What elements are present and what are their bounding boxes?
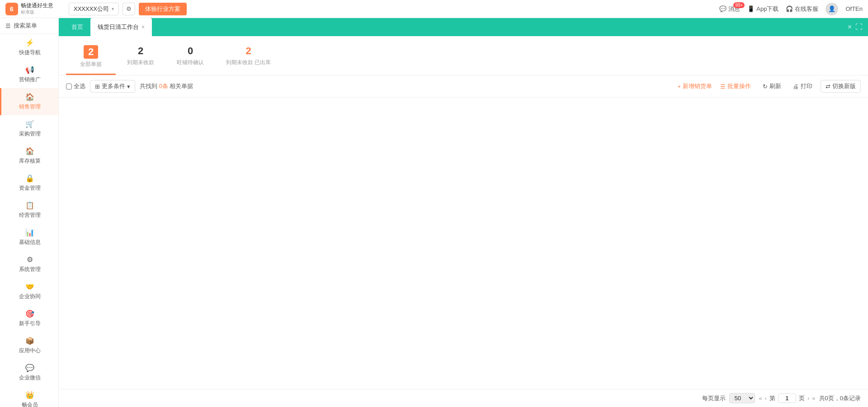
message-icon: 💬 <box>719 5 726 12</box>
sales-icon: 🏠 <box>25 93 34 101</box>
switch-version-button[interactable]: ⇄ 切换新版 <box>821 80 861 93</box>
sidebar-item-finance[interactable]: 🔒 资金管理 <box>0 169 58 196</box>
online-service-button[interactable]: 🎧 在线客服 <box>786 5 818 13</box>
new-order-label: 新增销货单 <box>683 82 712 90</box>
refresh-label: 刷新 <box>769 82 781 90</box>
print-button[interactable]: 🖨 打印 <box>789 80 816 92</box>
page-input[interactable] <box>778 393 796 403</box>
sidebar-item-label: 应用中心 <box>19 347 41 355</box>
service-icon: 🎧 <box>786 5 793 12</box>
cooperation-icon: 🤝 <box>25 282 34 291</box>
sidebar-item-label: 库存核算 <box>19 157 41 165</box>
found-text: 共找到 0条 相关单据 <box>140 82 193 90</box>
page-navigation: « ‹ 第 页 › » <box>759 393 815 403</box>
sidebar-item-system[interactable]: ⚙ 系统管理 <box>0 251 58 278</box>
sidebar-item-marketing[interactable]: 📢 营销推广 <box>0 61 58 88</box>
purchase-icon: 🛒 <box>25 120 34 128</box>
filter-label: 更多条件 <box>102 82 125 90</box>
last-page-button[interactable]: » <box>812 395 815 402</box>
filter-button[interactable]: ⊞ 更多条件 ▾ <box>90 80 135 93</box>
sidebar-item-guide[interactable]: 🎯 新手引导 <box>0 305 58 332</box>
avatar[interactable]: 👤 <box>826 3 838 15</box>
sidebar-item-basic-info[interactable]: 📊 基础信息 <box>0 224 58 251</box>
tab-close-icon[interactable]: × <box>142 24 145 30</box>
sidebar-item-label: 企业微信 <box>19 374 41 382</box>
sidebar-item-member[interactable]: 👑 畅会员 <box>0 386 58 407</box>
refresh-button[interactable]: ↻ 刷新 <box>759 80 785 92</box>
app-download-button[interactable]: 📱 App下载 <box>747 5 778 13</box>
tab-workbench-label: 钱货日清工作台 <box>98 23 139 31</box>
tab-navigation: 首页 钱货日清工作台 × × ⛶ <box>59 18 868 36</box>
switch-icon: ⇄ <box>826 83 830 90</box>
sidebar-item-label: 采购管理 <box>19 130 41 138</box>
quick-nav-icon: ⚡ <box>25 38 34 47</box>
sidebar-item-quick-nav[interactable]: ⚡ 快捷导航 <box>0 34 58 61</box>
logo-icon: 6 <box>5 3 18 15</box>
online-service-label: 在线客服 <box>795 5 818 13</box>
print-icon: 🖨 <box>793 83 799 90</box>
page-total: 共0页，0条记录 <box>819 394 861 402</box>
sidebar-item-label: 销售管理 <box>19 103 41 111</box>
top-header: 6 畅捷通好生意 标准版 XXXXXX公司 ▾ ⚙ 体验行业方案 💬 消息 99… <box>0 0 868 18</box>
sidebar-item-app-center[interactable]: 📦 应用中心 <box>0 332 58 359</box>
toolbar-right: + 新增销货单 ☰ 批量操作 ↻ 刷新 🖨 打印 <box>677 80 861 93</box>
stats-tabs: 2 全部单据 2 到期未收款 0 旺铺待确认 2 到期未收款 已出库 <box>59 36 868 75</box>
per-page-select[interactable]: 50 100 200 <box>729 393 755 403</box>
sidebar-item-label: 营销推广 <box>19 76 41 84</box>
sidebar-item-cooperation[interactable]: 🤝 企业协同 <box>0 278 58 305</box>
stat-num-pending-confirm: 0 <box>188 45 193 57</box>
select-all-input[interactable] <box>66 84 72 89</box>
member-icon: 👑 <box>25 391 34 399</box>
logo-area: 6 畅捷通好生意 标准版 <box>5 2 64 16</box>
sidebar-item-wechat[interactable]: 💬 企业微信 <box>0 359 58 386</box>
tab-minimize-icon[interactable]: × <box>848 23 852 31</box>
sidebar-item-label: 系统管理 <box>19 266 41 273</box>
batch-operations-button[interactable]: ☰ 批量操作 <box>717 80 755 92</box>
plus-icon: + <box>677 83 681 90</box>
content-area: 首页 钱货日清工作台 × × ⛶ 2 全部单据 2 到期未收款 0 <box>59 18 868 407</box>
next-page-button[interactable]: › <box>807 395 809 402</box>
message-badge: 99+ <box>733 2 745 8</box>
batch-icon: ☰ <box>720 83 726 90</box>
logo-line1: 畅捷通好生意 <box>21 2 53 9</box>
settings-button[interactable]: ⚙ <box>123 3 135 15</box>
select-all-checkbox[interactable]: 全选 <box>66 82 85 90</box>
first-page-button[interactable]: « <box>759 395 762 402</box>
experience-button[interactable]: 体验行业方案 <box>139 3 187 15</box>
search-menu-button[interactable]: ☰ 搜索菜单 <box>0 18 58 34</box>
chevron-down-icon: ▾ <box>112 6 114 11</box>
new-order-button[interactable]: + 新增销货单 <box>677 82 712 90</box>
stat-tab-all[interactable]: 2 全部单据 <box>66 42 116 75</box>
header-right: 💬 消息 99+ 📱 App下载 🎧 在线客服 👤 OfTEn <box>719 3 863 15</box>
sidebar-item-purchase[interactable]: 🛒 采购管理 <box>0 115 58 142</box>
company-selector[interactable]: XXXXXX公司 ▾ <box>69 3 119 15</box>
tab-actions: × ⛶ <box>848 23 863 31</box>
select-all-label: 全选 <box>74 82 85 90</box>
print-label: 打印 <box>801 82 812 90</box>
sidebar-item-label: 畅会员 <box>22 401 38 407</box>
stat-tab-overdue-unshipped[interactable]: 2 到期未收款 已出库 <box>215 42 282 75</box>
tab-maximize-icon[interactable]: ⛶ <box>855 23 863 31</box>
batch-label: 批量操作 <box>727 82 751 90</box>
tab-workbench[interactable]: 钱货日清工作台 × <box>90 18 152 36</box>
messages-button[interactable]: 💬 消息 99+ <box>719 5 740 13</box>
wechat-icon: 💬 <box>25 364 34 372</box>
refresh-icon: ↻ <box>763 83 768 90</box>
stat-tab-overdue-unpaid[interactable]: 2 到期未收款 <box>116 42 165 75</box>
sidebar-item-label: 新手引导 <box>19 320 41 327</box>
switch-label: 切换新版 <box>832 82 856 90</box>
sidebar-item-inventory[interactable]: 🏠 库存核算 <box>0 142 58 169</box>
sidebar-item-sales[interactable]: 🏠 销售管理 <box>0 88 58 115</box>
stat-tab-pending-confirm[interactable]: 0 旺铺待确认 <box>165 42 215 75</box>
marketing-icon: 📢 <box>25 65 34 74</box>
sidebar: ☰ 搜索菜单 ⚡ 快捷导航 📢 营销推广 🏠 销售管理 🛒 采购管理 🏠 库存核… <box>0 18 59 407</box>
tab-home[interactable]: 首页 <box>64 18 90 36</box>
search-icon: ☰ <box>5 23 11 29</box>
stat-label-pending-confirm: 旺铺待确认 <box>177 59 204 66</box>
avatar-icon: 👤 <box>828 5 835 12</box>
prev-page-button[interactable]: ‹ <box>765 395 767 402</box>
sidebar-item-operations[interactable]: 📋 经营管理 <box>0 196 58 224</box>
table-area <box>59 98 868 389</box>
logo-line2: 标准版 <box>21 9 53 15</box>
finance-icon: 🔒 <box>25 174 34 182</box>
